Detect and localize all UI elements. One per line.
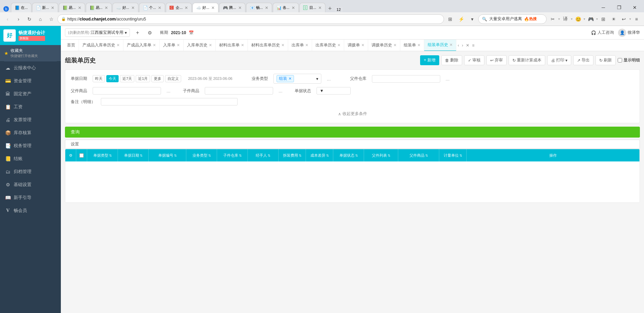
date-custom-btn[interactable]: 自定义 [165,75,181,82]
home-button[interactable]: ⌂ [36,14,45,24]
tab-in-order-hist[interactable]: 入库单历史 ✕ [184,40,216,51]
sidebar-item-archive[interactable]: 🗂 归档管理 [0,165,61,178]
recalc-button[interactable]: ↻ 重新计算成本 [509,55,545,65]
browser-tab-1[interactable]: 📘 在... [11,3,31,12]
service-button[interactable]: 🎧 人工咨询 [591,30,614,35]
browser-tab-8[interactable]: ☁️ 好... ✕ [192,3,218,12]
sidebar-item-inventory[interactable]: 📦 库存核算 [0,126,61,139]
nav-tabs-menu[interactable]: ≡ [471,43,476,48]
browser-tab-2[interactable]: 📄 新... ✕ [32,3,58,12]
address-bar[interactable]: 🔒 https://cloud.chanjet.com/accounting/u… [57,14,444,24]
tab-out-order[interactable]: 出库单 ✕ [288,40,312,51]
date-today-btn[interactable]: 今天 [106,75,119,82]
print-button[interactable]: 🖨 打印 ▾ [547,55,571,65]
browser-tab-11[interactable]: 📊 各... ✕ [273,3,299,12]
date-7days-btn[interactable]: 近7天 [120,75,134,82]
dropdown-button[interactable]: ▾ [467,14,477,24]
th-unit[interactable]: 计量单位 ⇅ [439,149,467,161]
parent-wh-input[interactable] [372,75,440,83]
parent-wh-dotdot[interactable]: ... [446,76,450,82]
close-button[interactable]: ✕ [627,3,643,12]
sidebar-item-tax[interactable]: 📑 税务管理 [0,139,61,152]
reload-button[interactable]: ↻ [25,14,34,24]
settings-button[interactable]: 设置 [65,140,640,149]
calendar-icon[interactable]: 📅 [189,30,194,35]
delete-button[interactable]: 🗑 删除 [441,55,462,65]
nav-tabs-right-arrow[interactable]: › [460,43,465,48]
tab-home[interactable]: 首页 [64,40,79,51]
date-yesterday-btn[interactable]: 昨天 [93,75,105,82]
new-button[interactable]: + 新增 [420,55,439,65]
collapse-bar[interactable]: ∧ 收起更多条件 [71,109,634,119]
tab-close-9[interactable]: ✕ [238,5,242,10]
parent-goods-input[interactable] [93,87,161,95]
tab-mat-out-hist[interactable]: 材料出库单历史 ✕ [248,40,288,51]
browser-tab-7[interactable]: 🅲 企... ✕ [166,3,192,12]
tab-close-4[interactable]: ✕ [105,5,108,10]
show-detail-checkbox[interactable] [618,58,622,62]
tab-out-order-hist-close[interactable]: ✕ [337,43,340,47]
sidebar-item-fund[interactable]: 💳 资金管理 [0,74,61,87]
sidebar-item-settle[interactable]: 📒 结账 [0,152,61,165]
tab-mat-out[interactable]: 材料出库单 ✕ [216,40,248,51]
date-1month-btn[interactable]: 近1月 [136,75,150,82]
tab-mat-out-close[interactable]: ✕ [241,43,244,47]
tab-transfer-hist-close[interactable]: ✕ [393,43,397,47]
forward-button[interactable]: › [14,14,23,24]
minimize-button[interactable]: ─ [595,3,611,12]
refresh-button[interactable]: ↻ 刷新 [595,55,616,65]
abandon-button[interactable]: ↩ 弃审 [486,55,507,65]
th-settings[interactable]: ⚙ [65,149,76,161]
tab-transfer[interactable]: 调拨单 ✕ [344,40,368,51]
sidebar-item-cloud-report[interactable]: ☁ 云报表中心 [0,61,61,74]
menu-icon[interactable]: ≡ [632,14,641,24]
tab-close-3[interactable]: ✕ [78,5,81,10]
tab-in-order[interactable]: 入库单 ✕ [160,40,184,51]
tab-mat-out-hist-close[interactable]: ✕ [281,43,284,47]
undo-icon[interactable]: ↩ [619,14,629,24]
tab-close-8[interactable]: ✕ [211,5,215,10]
tab-close-11[interactable]: ✕ [292,5,295,10]
tab-in-order-close[interactable]: ✕ [177,43,180,47]
child-goods-dotdot[interactable]: ... [279,88,283,94]
tab-transfer-hist[interactable]: 调拨单历史 ✕ [368,40,400,51]
tab-assemble-hist-close[interactable]: ✕ [450,43,453,47]
tab-assemble[interactable]: 组装单 ✕ [400,40,424,51]
th-handler[interactable]: 经手人 ⇅ [248,149,279,161]
query-button[interactable]: 查询 [65,127,640,138]
th-parent-list[interactable]: 父件列表 ⇅ [364,149,398,161]
translate-icon[interactable]: 译 [561,14,570,24]
tab-close-7[interactable]: ✕ [185,5,188,10]
th-date[interactable]: 单据日期 ⇅ [118,149,149,161]
sidebar-item-settings[interactable]: ⚙ 基础设置 [0,178,61,191]
nav-tabs-close-all[interactable]: ✕ [465,43,471,48]
new-tab-button[interactable]: + [326,5,334,12]
tab-in-order-hist-close[interactable]: ✕ [209,43,212,47]
biz-tag-close[interactable]: ✕ [289,76,292,81]
order-status-select[interactable]: ▼ [317,87,351,95]
extension-button[interactable]: ⚡ [456,14,466,24]
back-button[interactable]: ‹ [3,14,12,24]
browser-tab-6[interactable]: 📄 个... ✕ [139,3,165,12]
emoji-icon[interactable]: 😊 [573,14,583,24]
tab-prod-in-hist-close[interactable]: ✕ [117,43,120,47]
export-button[interactable]: ↗ 导出 [573,55,593,65]
sidebar-item-invoice[interactable]: 🖨 发票管理 [0,113,61,126]
approve-button[interactable]: ✓ 审核 [464,55,484,65]
child-goods-input[interactable] [205,87,273,95]
th-biz[interactable]: 业务类型 ⇅ [186,149,217,161]
nav-tabs-left-arrow[interactable]: ‹ [456,43,460,48]
tab-out-order-hist[interactable]: 出库单历史 ✕ [312,40,344,51]
th-status[interactable]: 单据状态 ⇅ [333,149,364,161]
th-parent-goods[interactable]: 父件商品 ⇅ [398,149,439,161]
tab-assemble-hist[interactable]: 组装单历史 ✕ [424,40,456,51]
biz-type-select[interactable]: 组装 ✕ ▾ [273,74,321,84]
game-icon[interactable]: 🎮 [586,14,595,24]
sidebar-item-salary[interactable]: 📋 工资 [0,100,61,113]
tab-close-10[interactable]: ✕ [265,5,268,10]
cut-icon[interactable]: ✂ [548,14,558,24]
qr-code-button[interactable]: ⊞ [445,14,455,24]
add-company-button[interactable]: + [133,28,142,38]
tab-transfer-close[interactable]: ✕ [361,43,364,47]
th-fee[interactable]: 拆装费用 ⇅ [279,149,306,161]
